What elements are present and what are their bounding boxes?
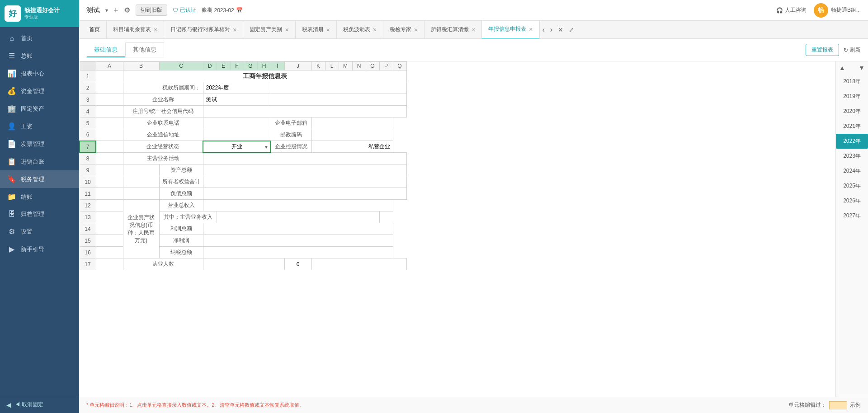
sidebar-item-结账[interactable]: 📁结账	[0, 188, 79, 206]
col-header-L: L	[325, 62, 339, 70]
tab-close-icon[interactable]: ×	[233, 27, 236, 33]
sidebar-item-总账[interactable]: ☰总账	[0, 47, 79, 65]
year-item-2024年[interactable]: 2024年	[836, 164, 868, 178]
example-label: 示例	[850, 401, 861, 409]
tab-close-icon[interactable]: ×	[414, 27, 418, 33]
sidebar-item-工资[interactable]: 👤工资	[0, 117, 79, 135]
sheet-tab-其他信息[interactable]: 其他信息	[125, 42, 164, 57]
sidebar-item-进销台账[interactable]: 📋进销台账	[0, 153, 79, 170]
nav-icon: ▶	[7, 245, 16, 253]
col-header-I: I	[271, 62, 284, 70]
sidebar-nav: ⌂首页☰总账📊报表中心💰资金管理🏢固定资产👤工资📄发票管理📋进销台账🔖税务管理📁…	[0, 27, 79, 396]
example-box	[829, 401, 847, 409]
project-dropdown[interactable]: ▾	[105, 7, 108, 14]
year-item-2025年[interactable]: 2025年	[836, 178, 868, 193]
consult-button[interactable]: 🎧 人工咨询	[776, 6, 807, 14]
tab-next-button[interactable]: ›	[547, 26, 555, 34]
year-item-2018年[interactable]: 2018年	[836, 74, 868, 89]
nav-label: 税务管理	[21, 175, 44, 183]
certified-badge: 🛡 已认证	[173, 6, 196, 14]
nav-label: 归档管理	[21, 210, 44, 218]
dropdown-business-status[interactable]: 开业 ▼	[203, 141, 271, 153]
sidebar: 好 畅捷通好会计 专业版 ⌂首页☰总账📊报表中心💰资金管理🏢固定资产👤工资📄发票…	[0, 0, 79, 413]
tab-7[interactable]: 所得税汇算清缴×	[425, 21, 482, 39]
nav-icon: 🔖	[7, 175, 16, 183]
nav-icon: 📄	[7, 140, 16, 148]
user-menu[interactable]: 畅 畅捷通B组...	[814, 3, 861, 18]
content-area: 基础信息其他信息 重置报表 ↻ 刷新	[79, 39, 868, 413]
tab-prev-button[interactable]: ‹	[540, 26, 547, 34]
sidebar-item-固定资产[interactable]: 🏢固定资产	[0, 100, 79, 117]
tab-close-icon[interactable]: ×	[472, 27, 475, 33]
tab-close-icon[interactable]: ×	[326, 27, 330, 33]
col-header-row	[80, 62, 96, 70]
switch-old-version-button[interactable]: 切到旧版	[136, 5, 167, 16]
main-content: 测试 ▾ + ⚙ 切到旧版 🛡 已认证 账期 2023-02 📅 🎧 人工咨询 …	[79, 0, 868, 413]
sidebar-item-归档管理[interactable]: 🗄归档管理	[0, 206, 79, 223]
tab-8[interactable]: 年报信息申报表×	[482, 21, 539, 39]
nav-icon: 📊	[7, 69, 16, 78]
app-logo: 好	[5, 5, 21, 22]
tab-1[interactable]: 科目辅助余额表×	[107, 21, 164, 39]
collapse-icon: ◀	[6, 401, 11, 408]
tab-label: 税负波动表	[343, 26, 370, 33]
sidebar-item-报表中心[interactable]: 📊报表中心	[0, 65, 79, 82]
tab-4[interactable]: 税表清册×	[296, 21, 337, 39]
refresh-button[interactable]: ↻ 刷新	[844, 46, 861, 54]
col-header-B: B	[123, 62, 159, 70]
tab-2[interactable]: 日记账与银行对账单核对×	[164, 21, 243, 39]
tab-close-icon[interactable]: ×	[154, 27, 157, 33]
year-item-2020年[interactable]: 2020年	[836, 104, 868, 119]
calendar-icon[interactable]: 📅	[236, 7, 243, 14]
nav-icon: 📋	[7, 157, 16, 166]
tab-0[interactable]: 首页	[83, 21, 107, 39]
sidebar-footer[interactable]: ◀ ◀ 取消固定	[0, 396, 79, 413]
tab-close-icon[interactable]: ×	[373, 27, 377, 33]
sheet-tab-基础信息[interactable]: 基础信息	[86, 42, 125, 57]
nav-icon: 🗄	[7, 210, 16, 218]
topbar-right: 🎧 人工咨询 畅 畅捷通B组...	[776, 3, 861, 18]
nav-label: 首页	[21, 34, 33, 42]
col-header-Q: Q	[393, 62, 406, 70]
year-prev-button[interactable]: ▲	[838, 64, 847, 71]
tab-6[interactable]: 税检专家×	[383, 21, 425, 39]
tab-3[interactable]: 固定资产类别×	[243, 21, 295, 39]
nav-label: 结账	[21, 193, 33, 201]
year-item-2023年[interactable]: 2023年	[836, 149, 868, 164]
avatar: 畅	[814, 3, 828, 18]
close-all-tabs-button[interactable]: ✕	[555, 26, 566, 33]
sidebar-item-资金管理[interactable]: 💰资金管理	[0, 82, 79, 100]
col-header-H: H	[257, 62, 271, 70]
topbar: 测试 ▾ + ⚙ 切到旧版 🛡 已认证 账期 2023-02 📅 🎧 人工咨询 …	[79, 0, 868, 21]
year-item-2019年[interactable]: 2019年	[836, 89, 868, 104]
sidebar-item-税务管理[interactable]: 🔖税务管理	[0, 170, 79, 188]
sidebar-item-新手引导[interactable]: ▶新手引导	[0, 240, 79, 258]
col-header-G: G	[244, 62, 257, 70]
reset-report-button[interactable]: 重置报表	[806, 44, 839, 56]
year-item-2026年[interactable]: 2026年	[836, 193, 868, 208]
nav-label: 发票管理	[21, 140, 44, 148]
expand-tab-button[interactable]: ⤢	[566, 26, 577, 33]
sheet-toolbar: 基础信息其他信息 重置报表 ↻ 刷新	[79, 39, 868, 61]
nav-icon: ⌂	[7, 34, 16, 42]
year-item-2021年[interactable]: 2021年	[836, 119, 868, 134]
year-item-2022年[interactable]: 2022年	[836, 134, 868, 149]
cell-1-A[interactable]	[96, 70, 123, 82]
col-header-J: J	[284, 62, 311, 70]
tab-close-icon[interactable]: ×	[285, 27, 288, 33]
sidebar-item-首页[interactable]: ⌂首页	[0, 30, 79, 47]
sidebar-item-设置[interactable]: ⚙设置	[0, 223, 79, 240]
nav-icon: 💰	[7, 87, 16, 95]
app-title: 畅捷通好会计	[24, 7, 60, 14]
settings-icon[interactable]: ⚙	[124, 6, 130, 14]
year-item-2027年[interactable]: 2027年	[836, 208, 868, 223]
tab-5[interactable]: 税负波动表×	[337, 21, 383, 39]
add-tab-button[interactable]: +	[113, 6, 118, 14]
sidebar-item-发票管理[interactable]: 📄发票管理	[0, 135, 79, 153]
year-next-button[interactable]: ▼	[857, 64, 866, 71]
account-period: 账期 2023-02 📅	[202, 6, 243, 14]
spreadsheet-scroll[interactable]: ABCDEFGHIJKLMNOPQ 1 工商年报信息表 2 税款所属期间： 20…	[79, 61, 835, 397]
tab-close-icon[interactable]: ×	[529, 26, 533, 33]
status-right: 单元格编辑过： 示例	[788, 401, 861, 409]
app-subtitle: 专业版	[24, 14, 60, 20]
